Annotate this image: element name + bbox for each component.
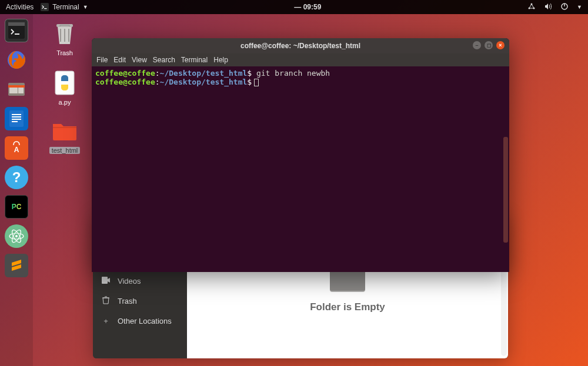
- window-minimize-button[interactable]: –: [473, 41, 481, 49]
- desktop-file-label: a.py: [47, 99, 82, 106]
- dock-pycharm[interactable]: PC: [5, 195, 28, 219]
- menu-search[interactable]: Search: [153, 56, 175, 64]
- sidebar-item-trash[interactable]: Trash: [93, 291, 187, 311]
- empty-folder-text: Folder is Empty: [310, 301, 385, 313]
- app-menu-label: Terminal: [52, 3, 79, 11]
- window-maximize-button[interactable]: ◻: [485, 41, 493, 49]
- atom-icon: [8, 227, 25, 245]
- trash-icon: [51, 20, 78, 47]
- terminal-cursor: [254, 79, 259, 86]
- svg-rect-12: [18, 88, 24, 93]
- svg-text:A: A: [14, 146, 19, 154]
- svg-rect-25: [102, 277, 108, 284]
- menu-file[interactable]: File: [96, 56, 108, 64]
- menu-edit[interactable]: Edit: [113, 56, 126, 64]
- dock-firefox[interactable]: [5, 48, 28, 72]
- dock-sublime[interactable]: [5, 254, 28, 277]
- svg-rect-0: [41, 3, 49, 11]
- sublime-icon: [8, 257, 25, 274]
- svg-rect-11: [9, 88, 18, 93]
- top-panel: Activities Terminal ▼ — 09:59 ▼: [0, 0, 588, 14]
- terminal-title: coffee@coffee: ~/Desktop/test_html: [240, 42, 360, 50]
- chevron-down-icon[interactable]: ▼: [577, 4, 582, 10]
- desktop-file-apy[interactable]: a.py: [47, 69, 82, 106]
- video-icon: [101, 277, 111, 286]
- svg-rect-16: [12, 119, 21, 120]
- dock-writer[interactable]: [5, 107, 28, 130]
- svg-rect-14: [12, 114, 21, 115]
- sidebar-label: Trash: [118, 297, 137, 305]
- chevron-down-icon: ▼: [83, 4, 88, 10]
- firefox-icon: [6, 50, 26, 70]
- svg-rect-10: [8, 85, 25, 88]
- sidebar-item-other[interactable]: + Other Locations: [93, 311, 187, 331]
- terminal-line: coffee@coffee:~/Desktop/test_html$: [95, 78, 506, 86]
- shopping-bag-icon: A: [8, 139, 25, 157]
- terminal-titlebar[interactable]: coffee@coffee: ~/Desktop/test_html – ◻ ×: [92, 38, 509, 53]
- launcher-dock: A ? PC: [0, 14, 33, 366]
- dock-files[interactable]: [5, 78, 28, 101]
- desktop-folder-label: test_html: [49, 147, 81, 154]
- scrollbar-thumb[interactable]: [503, 137, 508, 243]
- svg-rect-15: [12, 116, 21, 117]
- sidebar-label: Other Locations: [118, 317, 172, 325]
- menu-terminal[interactable]: Terminal: [181, 56, 208, 64]
- pycharm-icon: PC: [12, 203, 22, 211]
- menu-view[interactable]: View: [132, 56, 147, 64]
- files-icon: [6, 79, 26, 99]
- clock[interactable]: — 09:59: [294, 3, 321, 11]
- power-icon[interactable]: [560, 2, 569, 12]
- dock-help[interactable]: ?: [5, 166, 28, 189]
- desktop-trash-label: Trash: [47, 49, 82, 56]
- svg-rect-17: [12, 121, 18, 122]
- question-icon: ?: [12, 169, 21, 186]
- terminal-window[interactable]: coffee@coffee: ~/Desktop/test_html – ◻ ×…: [92, 38, 509, 272]
- desktop-folder-testhtml[interactable]: test_html: [47, 117, 82, 154]
- plus-icon: +: [101, 317, 111, 325]
- sidebar-item-videos[interactable]: Videos: [93, 271, 187, 291]
- terminal-menubar: File Edit View Search Terminal Help: [92, 53, 509, 66]
- volume-icon[interactable]: [544, 2, 552, 12]
- terminal-line: coffee@coffee:~/Desktop/test_html$ git b…: [95, 69, 506, 78]
- svg-point-19: [15, 235, 18, 237]
- folder-icon: [51, 117, 78, 145]
- activities-button[interactable]: Activities: [6, 3, 34, 11]
- terminal-icon: [41, 3, 49, 11]
- document-icon: [7, 109, 26, 128]
- dock-terminal[interactable]: [5, 19, 28, 42]
- menu-help[interactable]: Help: [213, 56, 228, 64]
- network-icon[interactable]: [527, 2, 536, 12]
- svg-rect-24: [55, 71, 74, 95]
- app-menu[interactable]: Terminal ▼: [41, 3, 88, 11]
- sidebar-label: Videos: [118, 277, 141, 286]
- dock-software[interactable]: A: [5, 136, 28, 160]
- window-close-button[interactable]: ×: [496, 41, 505, 49]
- svg-rect-7: [8, 22, 25, 26]
- svg-rect-26: [330, 270, 365, 291]
- trash-icon: [101, 296, 111, 306]
- desktop-trash[interactable]: Trash: [47, 20, 82, 56]
- terminal-body[interactable]: coffee@coffee:~/Desktop/test_html$ git b…: [92, 66, 509, 272]
- python-file-icon: [51, 69, 78, 96]
- terminal-icon: [8, 22, 25, 39]
- dock-atom[interactable]: [5, 224, 28, 248]
